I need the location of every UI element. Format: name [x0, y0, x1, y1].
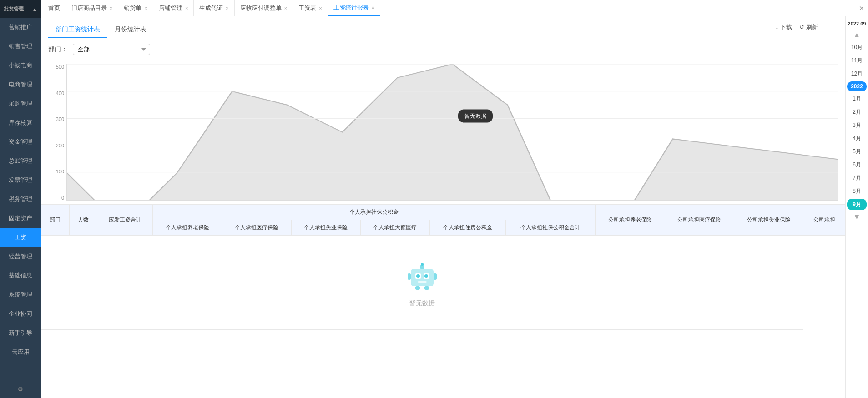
tab-label-sales-order: 销货单	[124, 4, 141, 12]
sidebar-item-operations[interactable]: 经营管理	[0, 247, 41, 266]
col-personal-large-medical: 个人承担大额医疗	[360, 220, 429, 236]
sidebar-item-basics[interactable]: 基础信息	[0, 266, 41, 285]
svg-rect-17	[424, 286, 429, 290]
col-personal-medical: 个人承担医疗保险	[222, 220, 291, 236]
tab-sales-order[interactable]: 销货单×	[118, 0, 153, 16]
content-area: 部门工资统计表月份统计表 ↓ 下载 ↺ 刷新 部门： 全部	[41, 16, 868, 398]
tab-label-home: 首页	[48, 4, 60, 12]
sub-tab-dept-stats[interactable]: 部门工资统计表	[48, 22, 107, 38]
date-item-6月[interactable]: 6月	[847, 158, 867, 171]
close-all-tabs-button[interactable]: ✕	[857, 4, 866, 13]
sidebar-header[interactable]: 批发管理 ▲	[0, 0, 41, 18]
download-icon: ↓	[776, 24, 779, 30]
tab-close-catalog[interactable]: ×	[110, 5, 112, 11]
tab-close-receivable[interactable]: ×	[284, 5, 287, 11]
sidebar-item-fixed-assets[interactable]: 固定资产	[0, 209, 41, 228]
chart-container: 暂无数据	[66, 64, 838, 201]
date-nav-up[interactable]: ▲	[852, 29, 863, 41]
date-item-4月[interactable]: 4月	[847, 132, 867, 145]
date-item-8月[interactable]: 8月	[847, 185, 867, 198]
sidebar-item-inventory[interactable]: 库存核算	[0, 113, 41, 132]
toolbar: 部门： 全部	[41, 38, 845, 60]
tab-close-payroll-report[interactable]: ×	[372, 5, 374, 10]
col-personal-unemployment: 个人承担失业保险	[291, 220, 360, 236]
col-company-pension: 公司承担养老保险	[595, 205, 665, 236]
date-nav-down[interactable]: ▼	[852, 211, 863, 223]
chart-y-labels: 0 100 200 300 400 500	[48, 64, 64, 201]
col-personal-social: 个人承担社保公积金	[153, 205, 595, 220]
sidebar-toggle-icon: ▲	[32, 6, 37, 12]
tab-close-sales-order[interactable]: ×	[144, 5, 147, 11]
chart-no-data-tooltip: 暂无数据	[458, 109, 493, 122]
sidebar-item-purchase[interactable]: 采购管理	[0, 94, 41, 113]
tab-payroll-table[interactable]: 工资表×	[293, 0, 328, 16]
data-table: 部门 人数 应发工资合计 个人承担社保公积金 公司承担养老保险 公司承担医疗保险…	[41, 204, 845, 330]
tab-label-store-manage: 店铺管理	[159, 4, 182, 12]
date-item-1月[interactable]: 1月	[847, 92, 867, 106]
top-actions: ↓ 下载 ↺ 刷新	[776, 23, 818, 31]
date-item-11月[interactable]: 11月	[847, 54, 867, 67]
tab-home[interactable]: 首页	[43, 0, 66, 16]
tab-close-payroll-table[interactable]: ×	[319, 5, 322, 11]
download-button[interactable]: ↓ 下载	[776, 23, 792, 31]
sidebar-item-enterprise[interactable]: 企业协同	[0, 304, 41, 323]
sidebar-item-invoice[interactable]: 发票管理	[0, 171, 41, 190]
sub-tab-month-stats[interactable]: 月份统计表	[107, 22, 154, 38]
refresh-icon: ↺	[799, 24, 804, 30]
tab-production[interactable]: 生成凭证×	[194, 0, 234, 16]
date-item-3月[interactable]: 3月	[847, 119, 867, 132]
date-item-7月[interactable]: 7月	[847, 171, 867, 185]
sidebar-item-guide[interactable]: 新手引导	[0, 323, 41, 343]
tab-payroll-report[interactable]: 工资统计报表×	[328, 0, 380, 16]
col-company-other: 公司承担	[803, 205, 845, 236]
tab-label-production: 生成凭证	[199, 4, 223, 12]
col-company-medical: 公司承担医疗保险	[665, 205, 734, 236]
sidebar-item-system[interactable]: 系统管理	[0, 285, 41, 304]
date-item-10月[interactable]: 10月	[847, 41, 867, 54]
svg-point-9	[416, 274, 420, 278]
date-item-12月[interactable]: 12月	[847, 67, 867, 81]
dept-select[interactable]: 全部	[73, 44, 150, 55]
refresh-button[interactable]: ↺ 刷新	[799, 23, 818, 31]
tab-label-payroll-report: 工资统计报表	[333, 4, 369, 12]
tabs-bar: 首页门店商品目录×销货单×店铺管理×生成凭证×应收应付调整单×工资表×工资统计报…	[41, 0, 868, 16]
col-company-unemployment: 公司承担失业保险	[734, 205, 803, 236]
sidebar-item-payroll[interactable]: 工资	[0, 228, 41, 247]
tab-label-catalog: 门店商品目录	[71, 4, 107, 12]
svg-rect-11	[418, 281, 427, 283]
svg-rect-16	[415, 286, 420, 290]
sidebar-item-ecommerce-small[interactable]: 小畅电商	[0, 56, 41, 75]
tab-label-receivable: 应收应付调整单	[240, 4, 282, 12]
tab-close-store-manage[interactable]: ×	[185, 5, 188, 11]
svg-rect-14	[408, 273, 411, 280]
date-item-9月[interactable]: 9月	[847, 199, 867, 210]
tab-receivable[interactable]: 应收应付调整单×	[235, 0, 293, 16]
dept-label: 部门：	[48, 45, 67, 54]
date-item-2022[interactable]: 2022	[847, 81, 867, 91]
sidebar-item-ecommerce[interactable]: 电商管理	[0, 75, 41, 94]
svg-rect-6	[411, 269, 434, 286]
sub-tabs: 部门工资统计表月份统计表	[48, 16, 154, 38]
col-personal-pension: 个人承担养老保险	[153, 220, 222, 236]
chart-area: 0 100 200 300 400 500	[41, 60, 845, 201]
sidebar-item-finance[interactable]: 资金管理	[0, 132, 41, 151]
sidebar-item-sales[interactable]: 销售管理	[0, 37, 41, 56]
sidebar-item-cloud[interactable]: 云应用	[0, 343, 41, 362]
empty-icon	[404, 257, 440, 294]
chart-wrapper: 0 100 200 300 400 500	[66, 64, 838, 201]
settings-button[interactable]: ⚙	[0, 380, 41, 398]
tab-label-payroll-table: 工资表	[298, 4, 316, 12]
tab-catalog[interactable]: 门店商品目录×	[66, 0, 118, 16]
col-salary-total: 应发工资合计	[97, 205, 153, 236]
sidebar-item-accounting[interactable]: 总账管理	[0, 151, 41, 171]
tab-close-production[interactable]: ×	[226, 5, 228, 11]
sidebar-item-tax[interactable]: 税务管理	[0, 190, 41, 209]
page-content: 部门工资统计表月份统计表 ↓ 下载 ↺ 刷新 部门： 全部	[41, 16, 845, 398]
col-count: 人数	[69, 205, 97, 236]
table-empty-row: 暂无数据	[41, 236, 845, 330]
sidebar: 批发管理 ▲ 营销推广销售管理小畅电商电商管理采购管理库存核算资金管理总账管理发…	[0, 0, 41, 398]
sidebar-item-marketing[interactable]: 营销推广	[0, 18, 41, 37]
tab-store-manage[interactable]: 店铺管理×	[153, 0, 194, 16]
date-item-2月[interactable]: 2月	[847, 106, 867, 119]
date-item-5月[interactable]: 5月	[847, 145, 867, 158]
